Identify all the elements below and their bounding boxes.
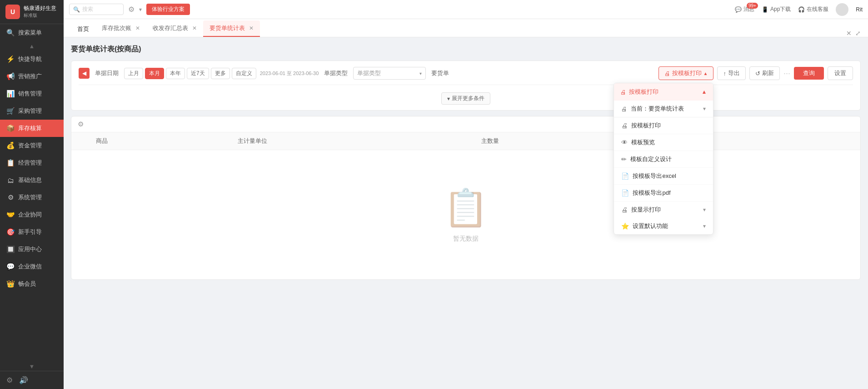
topbar: 🔍 搜索 ⚙ ▾ 体验行业方案 💬 消息 99+ 📱 App下载 🎧 在线客服 … xyxy=(64,0,868,19)
date-filter-label: 单据日期 xyxy=(95,69,119,77)
search-placeholder: 搜索 xyxy=(82,5,93,13)
query-button[interactable]: 查询 xyxy=(794,67,824,80)
tab-inventory-batch-close[interactable]: ✕ xyxy=(135,25,140,31)
tabs-bar: 首页 库存批次账 ✕ 收发存汇总表 ✕ 要货单统计表 ✕ ✕ ⤢ xyxy=(64,19,868,37)
tab-home[interactable]: 首页 xyxy=(71,21,95,37)
sidebar-item-label-wechat: 企业微信 xyxy=(18,263,42,271)
dropdown-header[interactable]: 🖨 按模板打印 ▲ xyxy=(614,83,713,101)
trial-button[interactable]: 体验行业方案 xyxy=(146,4,190,15)
purchase-icon: 🛒 xyxy=(6,107,15,115)
filter-action-area: 🖨 按模板打印 ▲ 🖨 按模板打印 ▲ xyxy=(658,66,853,80)
sidebar-item-app-center[interactable]: 🔲 应用中心 xyxy=(0,241,64,258)
app-tag: 标准版 xyxy=(24,12,56,19)
settings-icon[interactable]: ⚙ xyxy=(6,376,13,384)
sidebar-item-basic[interactable]: 🗂 基础信息 xyxy=(0,172,64,189)
type-select-arrow-icon: ▾ xyxy=(419,71,422,76)
sidebar-item-sales[interactable]: 📊 销售管理 xyxy=(0,85,64,102)
tab-receivable-summary-close[interactable]: ✕ xyxy=(192,25,197,31)
user-avatar[interactable] xyxy=(836,3,848,16)
dropdown-current-icon: 🖨 xyxy=(621,106,627,112)
dropdown-item-template-preview[interactable]: 👁 模板预览 xyxy=(614,134,713,151)
col-gear xyxy=(71,132,90,150)
tab-close-all-icon[interactable]: ✕ xyxy=(846,30,852,37)
sidebar-item-label-app-center: 应用中心 xyxy=(18,245,42,253)
sidebar-item-member[interactable]: 👑 畅会员 xyxy=(0,275,64,293)
sidebar-item-system[interactable]: ⚙ 系统管理 xyxy=(0,189,64,206)
template-preview-icon: 👁 xyxy=(621,139,628,146)
date-btn-7days[interactable]: 近7天 xyxy=(187,68,209,79)
print-button[interactable]: 🖨 按模板打印 ▲ xyxy=(658,66,714,80)
export-pdf-icon: 📄 xyxy=(621,189,629,197)
dropdown-subitem-default-function[interactable]: ⭐ 设置默认功能 ▾ xyxy=(614,218,713,234)
app-download-button[interactable]: 📱 App下载 xyxy=(762,5,791,13)
topbar-search[interactable]: 🔍 搜索 xyxy=(69,4,124,15)
app-logo-icon: U xyxy=(5,5,20,19)
sales-icon: 📊 xyxy=(6,90,15,98)
dropdown-item-template-print[interactable]: 🖨 按模板打印 xyxy=(614,117,713,134)
sidebar-item-operation[interactable]: 📋 经营管理 xyxy=(0,154,64,172)
filter-collapse-btn[interactable]: ◀ xyxy=(79,68,90,79)
sidebar-item-finance[interactable]: 💰 资金管理 xyxy=(0,137,64,154)
dropdown-item-template-design[interactable]: ✏ 模板自定义设计 xyxy=(614,151,713,168)
sidebar-item-quick-nav[interactable]: ⚡ 快捷导航 xyxy=(0,51,64,68)
sidebar-item-label-cooperation: 企业协同 xyxy=(18,211,42,219)
expand-more-button[interactable]: ▾ 展开更多条件 xyxy=(441,92,490,105)
sidebar-item-cooperation[interactable]: 🤝 企业协同 xyxy=(0,206,64,223)
date-btn-this-month[interactable]: 本月 xyxy=(145,68,164,79)
topbar-chevron[interactable]: ▾ xyxy=(139,6,142,13)
filter-expand-row: ▾ 展开更多条件 xyxy=(79,85,853,105)
sidebar-item-label-marketing: 营销推广 xyxy=(18,72,42,81)
cooperation-icon: 🤝 xyxy=(6,211,15,219)
online-service-button[interactable]: 🎧 在线客服 xyxy=(798,5,828,13)
topbar-gear-icon[interactable]: ⚙ xyxy=(128,5,135,14)
date-btn-custom[interactable]: 自定义 xyxy=(232,68,256,79)
operation-icon: 📋 xyxy=(6,159,15,167)
col-goods: 商品 xyxy=(90,132,231,150)
dropdown-subitem-display-print[interactable]: 🖨 按显示打印 ▾ xyxy=(614,202,713,218)
sidebar-item-purchase[interactable]: 🛒 采购管理 xyxy=(0,102,64,120)
date-btn-this-year[interactable]: 本年 xyxy=(166,68,185,79)
print-chevron-up-icon: ▲ xyxy=(703,71,708,76)
sidebar-item-guide[interactable]: 🎯 新手引导 xyxy=(0,223,64,241)
download-icon: 📱 xyxy=(762,6,768,13)
tab-expand-icon[interactable]: ⤢ xyxy=(855,30,861,37)
export-button[interactable]: ↑ 导出 xyxy=(717,66,746,80)
type-filter-select[interactable]: 单据类型 ▾ xyxy=(353,67,426,80)
data-table: ⚙ 商品 主计量单位 主数量 零售金额 xyxy=(71,116,861,280)
dropdown-current-label: 当前：要货单统计表 xyxy=(631,105,684,113)
sidebar-item-wechat[interactable]: 💬 企业微信 xyxy=(0,258,64,275)
sidebar-item-label-guide: 新手引导 xyxy=(18,228,42,236)
settings-button[interactable]: 设置 xyxy=(828,66,853,80)
audio-icon[interactable]: 🔊 xyxy=(19,376,28,384)
template-design-icon: ✏ xyxy=(621,156,627,163)
print-area: 🖨 按模板打印 ▲ 🖨 按模板打印 ▲ xyxy=(658,66,714,80)
dropdown-item-export-excel[interactable]: 📄 按模板导出excel xyxy=(614,168,713,185)
tab-inventory-batch[interactable]: 库存批次账 ✕ xyxy=(95,20,146,37)
sidebar: U 畅康通好生意 标准版 🔍 搜索菜单 ▲ ⚡ 快捷导航 📢 营销推广 📊 销售… xyxy=(0,0,64,389)
display-print-left: 🖨 按显示打印 xyxy=(621,206,661,214)
sidebar-scroll-down[interactable]: ▼ xyxy=(0,362,64,371)
main-table: 商品 主计量单位 主数量 零售金额 📋 xyxy=(71,132,860,279)
messages-badge: 99+ xyxy=(747,3,758,9)
dropdown-current-item[interactable]: 🖨 当前：要货单统计表 ▾ xyxy=(614,101,713,117)
table-gear-icon[interactable]: ⚙ xyxy=(78,120,84,128)
tab-receivable-summary[interactable]: 收发存汇总表 ✕ xyxy=(146,20,203,37)
tab-order-summary-close[interactable]: ✕ xyxy=(249,25,254,31)
refresh-button[interactable]: ↺ 刷新 xyxy=(749,66,780,80)
date-btn-last-month[interactable]: 上月 xyxy=(124,68,143,79)
default-function-label: 设置默认功能 xyxy=(633,222,668,230)
guide-icon: 🎯 xyxy=(6,228,15,236)
sidebar-item-search[interactable]: 🔍 搜索菜单 xyxy=(0,24,64,41)
sidebar-item-label-system: 系统管理 xyxy=(18,193,42,202)
messages-button[interactable]: 💬 消息 99+ xyxy=(735,5,754,13)
sidebar-item-marketing[interactable]: 📢 营销推广 xyxy=(0,68,64,85)
dropdown-item-export-pdf[interactable]: 📄 按模板导出pdf xyxy=(614,185,713,202)
app-name: 畅康通好生意 xyxy=(24,5,56,12)
more-options-icon[interactable]: ··· xyxy=(783,69,790,78)
date-btn-more[interactable]: 更多 xyxy=(211,68,230,79)
sidebar-scroll-up[interactable]: ▲ xyxy=(0,41,64,51)
sidebar-item-inventory[interactable]: 📦 库存核算 xyxy=(0,120,64,137)
marketing-icon: 📢 xyxy=(6,72,15,81)
tab-order-summary[interactable]: 要货单统计表 ✕ xyxy=(203,20,260,37)
username-label: Rit xyxy=(856,6,863,13)
